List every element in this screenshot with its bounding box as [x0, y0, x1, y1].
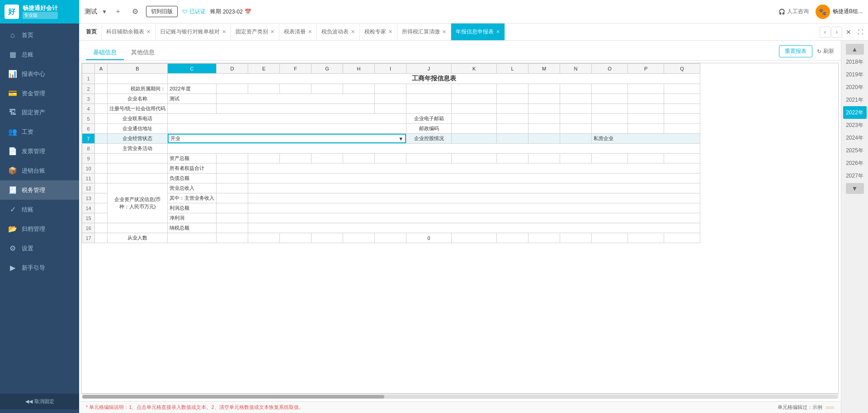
cell-10-b[interactable]	[108, 164, 168, 174]
horizontal-scrollbar[interactable]	[81, 394, 839, 399]
scrollbar-track[interactable]	[82, 395, 838, 399]
cell-17-e[interactable]	[248, 233, 280, 243]
cell-2-g[interactable]	[311, 84, 343, 94]
cell-4-a[interactable]	[95, 104, 108, 114]
cell-3-k[interactable]	[452, 94, 497, 104]
year-item-2026[interactable]: 2026年	[843, 157, 867, 169]
col-l-header[interactable]: L	[497, 64, 528, 74]
cell-9-j[interactable]	[406, 154, 452, 164]
tab-aux-close[interactable]: ✕	[146, 29, 151, 35]
cell-3-p[interactable]	[628, 94, 664, 104]
cell-11-d[interactable]	[217, 174, 248, 183]
tab-annual-close[interactable]: ✕	[496, 29, 500, 35]
cell-4-k[interactable]	[452, 104, 497, 114]
cell-9-e[interactable]	[248, 154, 280, 164]
cell-4-o[interactable]	[592, 104, 628, 114]
year-scroll-up-btn[interactable]: ▲	[846, 44, 864, 55]
cell-17-h[interactable]	[343, 233, 375, 243]
sidebar-item-guide[interactable]: ▶ 新手引导	[0, 258, 79, 277]
cell-6-m[interactable]	[528, 124, 560, 134]
cell-11-c[interactable]: 负债总额	[168, 174, 217, 183]
cell-2-p[interactable]	[628, 84, 664, 94]
cell-7-n[interactable]	[560, 134, 592, 144]
cell-4-n[interactable]	[560, 104, 592, 114]
cell-16-c[interactable]: 纳税总额	[168, 223, 217, 233]
cell-8-c[interactable]	[168, 144, 700, 154]
cell-4-d[interactable]	[217, 104, 375, 114]
cell-6-o[interactable]	[592, 124, 628, 134]
cell-3-q[interactable]	[664, 94, 700, 104]
cell-9-c[interactable]: 资产总额	[168, 154, 217, 164]
cell-12-e[interactable]	[248, 183, 700, 193]
tab-income-tax[interactable]: 所得税汇算清缴 ✕	[397, 23, 451, 40]
cell-17-b[interactable]: 从业人数	[108, 233, 168, 243]
cell-11-e[interactable]	[248, 174, 700, 183]
consult-btn[interactable]: 🎧 人工咨询	[778, 8, 809, 15]
cell-14-a[interactable]	[95, 203, 108, 213]
year-item-2021[interactable]: 2021年	[843, 94, 867, 106]
tab-journal-close[interactable]: ✕	[222, 29, 226, 35]
cell-17-m[interactable]	[528, 233, 560, 243]
sidebar-item-stock[interactable]: 📦 进销台账	[0, 161, 79, 180]
subtab-other[interactable]: 其他信息	[124, 46, 162, 60]
cell-10-a[interactable]	[95, 164, 108, 174]
sidebar-item-report[interactable]: 📊 报表中心	[0, 64, 79, 84]
subtab-basic[interactable]: 基础信息	[86, 46, 124, 60]
cell-2-j[interactable]	[406, 84, 452, 94]
cell-10-d[interactable]	[217, 164, 248, 174]
cell-17-j[interactable]: 0	[406, 233, 452, 243]
cell-10-c[interactable]: 所有者权益合计	[168, 164, 217, 174]
cell-2-n[interactable]	[560, 84, 592, 94]
cell-7-k[interactable]	[452, 134, 497, 144]
cell-3-d[interactable]	[217, 94, 375, 104]
cell-17-i[interactable]	[375, 233, 406, 243]
col-e-header[interactable]: E	[248, 64, 280, 74]
cell-9-f[interactable]	[280, 154, 311, 164]
cell-9-b[interactable]	[108, 154, 168, 164]
col-j-header[interactable]: J	[406, 64, 452, 74]
refresh-btn[interactable]: ↻ 刷新	[817, 47, 834, 55]
cell-7-a[interactable]	[95, 134, 108, 144]
cell-5-k[interactable]	[452, 114, 497, 124]
cell-2-o[interactable]	[592, 84, 628, 94]
cell-7-m[interactable]	[528, 134, 560, 144]
tab-aux[interactable]: 科目辅助余额表 ✕	[102, 23, 156, 40]
cell-17-f[interactable]	[280, 233, 311, 243]
sidebar-item-home[interactable]: ⌂ 首页	[0, 26, 79, 45]
cell-13-e[interactable]	[248, 193, 700, 203]
cell-1-b[interactable]	[108, 74, 168, 84]
cell-9-a[interactable]	[95, 154, 108, 164]
cell-5-n[interactable]	[560, 114, 592, 124]
sidebar-item-settings[interactable]: ⚙ 设置	[0, 239, 79, 258]
year-item-2027[interactable]: 2027年	[843, 169, 867, 182]
sidebar-item-ledger[interactable]: ▦ 总账	[0, 45, 79, 64]
cell-3-i[interactable]	[375, 94, 406, 104]
cell-2-c[interactable]: 2022年度	[168, 84, 217, 94]
cell-4-l[interactable]	[497, 104, 528, 114]
sidebar-item-fund[interactable]: 💳 资金管理	[0, 84, 79, 103]
cell-9-g[interactable]	[311, 154, 343, 164]
year-item-2018[interactable]: 2018年	[843, 56, 867, 68]
cell-5-j[interactable]: 企业电子邮箱	[406, 114, 452, 124]
cell-8-b[interactable]: 主营业务活动	[108, 144, 168, 154]
col-g-header[interactable]: G	[311, 64, 343, 74]
cell-5-q[interactable]	[664, 114, 700, 124]
cell-9-h[interactable]	[343, 154, 375, 164]
cell-16-d[interactable]	[217, 223, 248, 233]
col-b-header[interactable]: B	[108, 64, 168, 74]
cell-7-b[interactable]: 企业经营状态	[108, 134, 168, 144]
cell-14-d[interactable]	[217, 203, 248, 213]
topbar-add-btn[interactable]: ＋	[112, 5, 124, 18]
tab-journal[interactable]: 日记账与银行对账单核对 ✕	[156, 23, 231, 40]
year-item-2019[interactable]: 2019年	[843, 68, 867, 81]
tab-next-btn[interactable]: ›	[831, 27, 842, 38]
tab-tax-table-close[interactable]: ✕	[308, 29, 312, 35]
cell-5-p[interactable]	[628, 114, 664, 124]
cell-7-c-dropdown[interactable]: 开业 ▼	[168, 134, 406, 144]
cell-6-k[interactable]	[452, 124, 497, 134]
scrollbar-thumb[interactable]	[82, 395, 384, 399]
cell-7-o[interactable]: 私营企业	[592, 134, 700, 144]
cell-10-e[interactable]	[248, 164, 700, 174]
cell-13-d[interactable]	[217, 193, 248, 203]
col-d-header[interactable]: D	[217, 64, 248, 74]
